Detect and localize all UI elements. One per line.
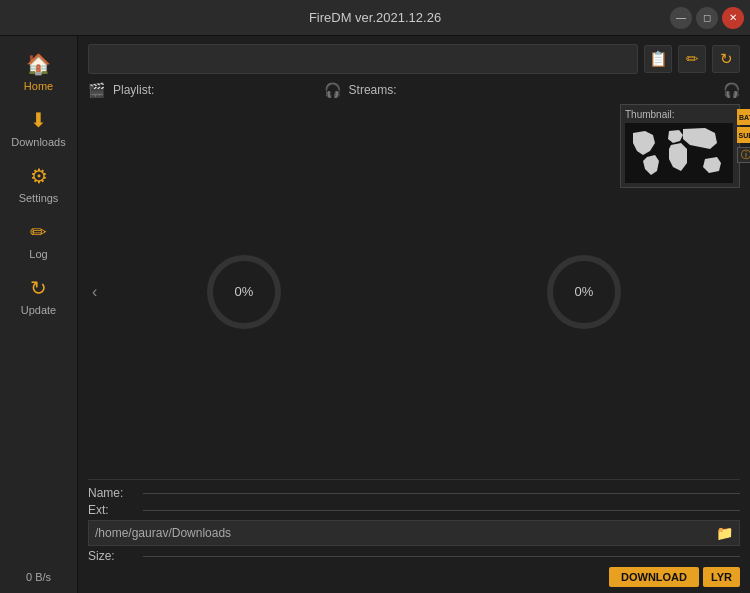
sidebar-label-home: Home xyxy=(24,80,53,92)
sidebar-label-update: Update xyxy=(21,304,56,316)
progress-circle-2-label: 0% xyxy=(575,284,594,299)
streams-label: Streams: xyxy=(349,83,397,97)
edit-button[interactable]: ✏ xyxy=(678,45,706,73)
home-icon: 🏠 xyxy=(26,52,51,76)
thumbnail-image xyxy=(625,123,733,183)
paste-button[interactable]: 📋 xyxy=(644,45,672,73)
update-icon: ↻ xyxy=(30,276,47,300)
ext-row: Ext: xyxy=(88,503,740,517)
url-input[interactable] xyxy=(88,44,638,74)
progress-circle-1-label: 0% xyxy=(235,284,254,299)
headphone-icon: 🎧 xyxy=(723,82,740,98)
playlist-label: Playlist: xyxy=(113,83,154,97)
sidebar-item-home[interactable]: 🏠 Home xyxy=(0,42,77,98)
folder-icon[interactable]: 📁 xyxy=(716,525,733,541)
bottom-actions: DOWNLOAD LYR xyxy=(88,567,740,587)
size-label: Size: xyxy=(88,549,143,563)
lyric-button[interactable]: LYR xyxy=(703,567,740,587)
name-row: Name: xyxy=(88,486,740,500)
url-row: 📋 ✏ ↻ xyxy=(88,44,740,74)
close-button[interactable]: ✕ xyxy=(722,7,744,29)
folder-path: /home/gaurav/Downloads xyxy=(95,526,712,540)
sidebar-label-settings: Settings xyxy=(19,192,59,204)
app-title: FireDM ver.2021.12.26 xyxy=(309,10,441,25)
sidebar-item-update[interactable]: ↻ Update xyxy=(0,266,77,322)
playlist-icon: 🎬 xyxy=(88,82,105,98)
ext-label: Ext: xyxy=(88,503,143,517)
progress-circle-2: 0% xyxy=(544,252,624,332)
minimize-button[interactable]: — xyxy=(670,7,692,29)
sidebar-item-settings[interactable]: ⚙ Settings xyxy=(0,154,77,210)
size-row: Size: xyxy=(88,549,740,563)
sidebar-label-log: Log xyxy=(29,248,47,260)
thumbnail-panel: Thumbnail: xyxy=(620,104,740,188)
log-icon: ✏ xyxy=(30,220,47,244)
info-button[interactable]: ⓘ xyxy=(737,147,750,163)
circles-row: 0% 0% xyxy=(88,252,740,332)
media-row: 🎬 Playlist: 🎧 Streams: 🎧 xyxy=(88,82,740,98)
speed-display: 0 B/s xyxy=(26,571,51,593)
title-bar: FireDM ver.2021.12.26 — ◻ ✕ xyxy=(0,0,750,36)
downloads-icon: ⬇ xyxy=(30,108,47,132)
progress-circle-1: 0% xyxy=(204,252,284,332)
name-divider xyxy=(143,493,740,494)
sidebar: 🏠 Home ⬇ Downloads ⚙ Settings ✏ Log ↻ Up… xyxy=(0,36,78,593)
bottom-form: Name: Ext: /home/gaurav/Downloads 📁 Size… xyxy=(88,479,740,587)
window-controls: — ◻ ✕ xyxy=(670,7,744,29)
streams-icon: 🎧 xyxy=(324,82,341,98)
app-body: 🏠 Home ⬇ Downloads ⚙ Settings ✏ Log ↻ Up… xyxy=(0,36,750,593)
restore-button[interactable]: ◻ xyxy=(696,7,718,29)
sub-button[interactable]: SUB xyxy=(737,127,750,143)
ext-divider xyxy=(143,510,740,511)
refresh-button[interactable]: ↻ xyxy=(712,45,740,73)
sidebar-item-log[interactable]: ✏ Log xyxy=(0,210,77,266)
settings-icon: ⚙ xyxy=(30,164,48,188)
bat-button[interactable]: BAT xyxy=(737,109,750,125)
progress-area: ‹ 0% 0% xyxy=(88,104,740,479)
download-button[interactable]: DOWNLOAD xyxy=(609,567,699,587)
size-divider xyxy=(143,556,740,557)
name-label: Name: xyxy=(88,486,143,500)
sidebar-item-downloads[interactable]: ⬇ Downloads xyxy=(0,98,77,154)
thumbnail-label: Thumbnail: xyxy=(625,109,733,120)
sidebar-label-downloads: Downloads xyxy=(11,136,65,148)
thumbnail-world-map xyxy=(625,123,733,183)
main-panel: 📋 ✏ ↻ 🎬 Playlist: 🎧 Streams: 🎧 ‹ xyxy=(78,36,750,593)
folder-row[interactable]: /home/gaurav/Downloads 📁 xyxy=(88,520,740,546)
